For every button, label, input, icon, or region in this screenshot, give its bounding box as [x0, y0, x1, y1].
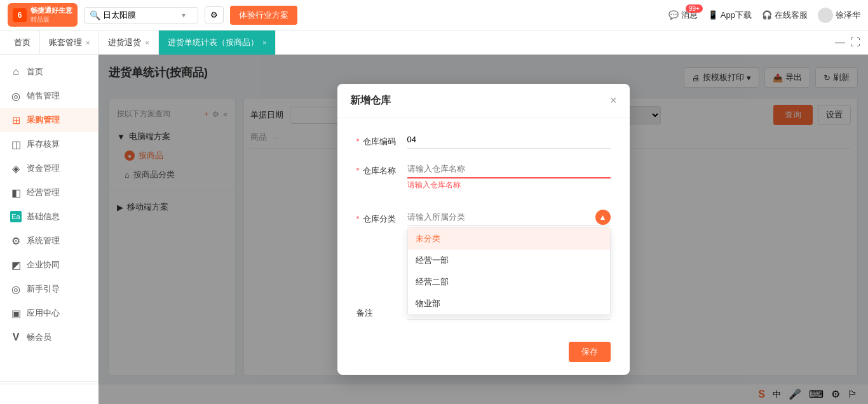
home-tab-label: 首页: [14, 37, 31, 48]
sidebar-item-home[interactable]: ⌂ 首页: [0, 60, 98, 84]
search-icon: 🔍: [90, 10, 100, 20]
sidebar-item-basic[interactable]: Ea 基础信息: [0, 205, 98, 229]
vip-icon: V: [10, 332, 22, 343]
search-box: 🔍 ▾: [84, 7, 198, 24]
category-label: * 仓库分类: [356, 208, 407, 225]
tab-accounts[interactable]: 账套管理 ×: [40, 30, 99, 55]
message-badge: 99+: [686, 4, 703, 13]
dropdown-option-uncategorized[interactable]: 未分类: [408, 228, 610, 250]
message-icon: 💬: [668, 10, 679, 20]
sidebar-item-enterprise[interactable]: ◩ 企业协同: [0, 253, 98, 277]
tab-purchase-stats[interactable]: 进货单统计表（按商品） ×: [159, 30, 276, 55]
dropdown-option-dept3[interactable]: 物业部: [408, 293, 610, 314]
dropdown-option-dept2[interactable]: 经营二部: [408, 271, 610, 293]
sidebar-item-guide[interactable]: ◎ 新手引导: [0, 277, 98, 301]
sidebar-item-appcenter[interactable]: ▣ 应用中心: [0, 301, 98, 325]
category-dropdown-list: 未分类 经营一部 经营二部 物业部: [407, 227, 611, 315]
accounts-tab-label: 账套管理: [49, 37, 82, 48]
name-error-msg: 请输入仓库名称: [407, 180, 611, 191]
top-header: 6 畅捷通好生意 精品版 🔍 ▾ ⚙ 体验行业方案 💬 消息 99+ 📱 App…: [0, 0, 868, 30]
form-row-category: * 仓库分类 ▲ 未分类 经营一部 经营二部 物业部: [356, 208, 611, 226]
content-area: 进货单统计(按商品) 🖨 按模板打印 ▾ 📤 导出 ↻ 刷新: [98, 55, 868, 404]
purchase-stats-tab-close[interactable]: ×: [262, 39, 266, 46]
notes-label: 备注: [356, 302, 407, 319]
tabs-minimize-btn[interactable]: —: [835, 37, 845, 48]
system-icon: ⚙: [10, 235, 22, 246]
warehouse-category-input[interactable]: [407, 208, 611, 226]
tabs-bar: 首页 账套管理 × 进货退货 × 进货单统计表（按商品） × — ⛶: [0, 30, 868, 55]
name-input-wrapper: 请输入仓库名称: [407, 160, 611, 191]
sidebar: ⌂ 首页 ◎ 销售管理 ⊞ 采购管理 ◫ 库存核算 ◈ 资金管理 ◧ 经营管理: [0, 55, 98, 404]
tab-home[interactable]: 首页: [5, 30, 40, 55]
modal-footer: 保存: [337, 332, 630, 375]
purchase-return-tab-label: 进货退货: [108, 37, 141, 48]
modal-overlay: 新增仓库 × * 仓库编码 *: [98, 55, 868, 404]
tabs-controls: — ⛶: [835, 37, 863, 48]
home-icon: ⌂: [10, 66, 22, 77]
modal-header: 新增仓库 ×: [337, 84, 630, 118]
guide-icon: ◎: [10, 283, 22, 295]
enterprise-icon: ◩: [10, 259, 22, 271]
purchase-icon: ⊞: [10, 114, 22, 126]
modal-body: * 仓库编码 * 仓库名称 请输入仓库名称: [337, 118, 630, 320]
name-label: * 仓库名称: [356, 160, 407, 177]
logo-icon: 6: [13, 8, 27, 22]
header-right: 💬 消息 99+ 📱 App下载 🎧 在线客服 徐泽华: [668, 8, 860, 23]
main-layout: ⌂ 首页 ◎ 销售管理 ⊞ 采购管理 ◫ 库存核算 ◈ 资金管理 ◧ 经营管理: [0, 55, 868, 404]
experience-button[interactable]: 体验行业方案: [230, 6, 297, 25]
category-dropdown-arrow[interactable]: ▲: [595, 210, 611, 225]
sidebar-item-purchase[interactable]: ⊞ 采购管理: [0, 108, 98, 132]
tab-purchase-return[interactable]: 进货退货 ×: [99, 30, 158, 55]
warehouse-code-input[interactable]: [407, 131, 611, 149]
headset-icon: 🎧: [762, 10, 772, 20]
online-service-item[interactable]: 🎧 在线客服: [762, 10, 808, 21]
sidebar-item-system[interactable]: ⚙ 系统管理: [0, 229, 98, 253]
sidebar-item-vip[interactable]: V 畅会员: [0, 325, 98, 349]
save-button[interactable]: 保存: [569, 342, 611, 362]
sidebar-item-operations[interactable]: ◧ 经营管理: [0, 180, 98, 205]
form-row-name: * 仓库名称 请输入仓库名称: [356, 160, 611, 191]
inventory-icon: ◫: [10, 138, 22, 150]
message-item[interactable]: 💬 消息 99+: [668, 10, 698, 21]
logo-text: 畅捷通好生意 精品版: [31, 6, 72, 24]
basic-icon: Ea: [10, 211, 22, 222]
sales-icon: ◎: [10, 90, 22, 102]
app-icon: 📱: [708, 10, 718, 20]
appcenter-icon: ▣: [10, 307, 22, 319]
dropdown-arrow-icon[interactable]: ▾: [182, 11, 186, 20]
user-avatar: [818, 8, 833, 23]
app-download-item[interactable]: 📱 App下载: [708, 10, 752, 21]
dropdown-option-dept1[interactable]: 经营一部: [408, 250, 610, 271]
tabs-expand-btn[interactable]: ⛶: [850, 37, 860, 48]
gear-button[interactable]: ⚙: [205, 6, 224, 24]
modal-title: 新增仓库: [350, 94, 391, 107]
purchase-stats-tab-label: 进货单统计表（按商品）: [168, 37, 259, 48]
operations-icon: ◧: [10, 187, 22, 198]
finance-icon: ◈: [10, 163, 22, 174]
logo-area: 6 畅捷通好生意 精品版: [8, 3, 78, 27]
modal-close-btn[interactable]: ×: [610, 94, 617, 107]
sidebar-item-inventory[interactable]: ◫ 库存核算: [0, 132, 98, 156]
sidebar-scroll: ⌂ 首页 ◎ 销售管理 ⊞ 采购管理 ◫ 库存核算 ◈ 资金管理 ◧ 经营管理: [0, 60, 98, 381]
sidebar-item-sales[interactable]: ◎ 销售管理: [0, 84, 98, 108]
purchase-return-tab-close[interactable]: ×: [145, 39, 149, 46]
category-select-wrapper: ▲: [407, 208, 611, 226]
modal-new-warehouse: 新增仓库 × * 仓库编码 *: [337, 84, 630, 375]
form-row-code: * 仓库编码: [356, 131, 611, 149]
code-label: * 仓库编码: [356, 131, 407, 147]
warehouse-name-input[interactable]: [407, 160, 611, 178]
user-menu[interactable]: 徐泽华: [818, 8, 860, 23]
search-input[interactable]: [103, 10, 179, 20]
sidebar-item-finance[interactable]: ◈ 资金管理: [0, 156, 98, 180]
accounts-tab-close[interactable]: ×: [86, 39, 90, 46]
